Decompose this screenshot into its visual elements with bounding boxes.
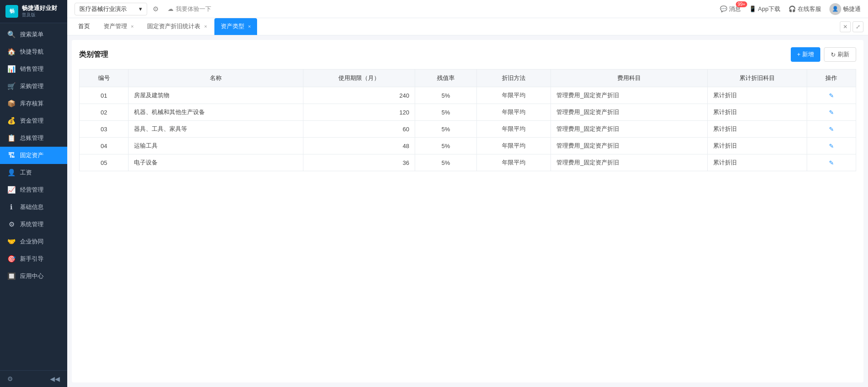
sidebar-item-sales[interactable]: 📊 销售管理 [0, 60, 67, 78]
collapse-icon[interactable]: ◀◀ [50, 375, 60, 382]
col-header: 编号 [79, 69, 129, 87]
row-edit[interactable]: ✎ [807, 104, 856, 121]
row-period: 36 [303, 154, 415, 171]
col-header: 使用期限（月） [303, 69, 415, 87]
sidebar-item-purchase[interactable]: 🛒 采购管理 [0, 78, 67, 95]
search-icon: 🔍 [7, 30, 15, 39]
row-method: 年限平均 [476, 87, 551, 104]
row-residual-rate: 5% [415, 121, 476, 138]
col-header: 费用科目 [551, 69, 708, 87]
tabbar-actions: ✕ ⤢ [840, 18, 863, 35]
table-header-row: 编号名称使用期限（月）残值率折旧方法费用科目累计折旧科目操作 [79, 69, 856, 87]
sidebar-label-fixed-assets: 固定资产 [20, 151, 44, 159]
row-expense-account: 管理费用_固定资产折旧 [551, 154, 708, 171]
module-name: 医疗器械行业演示 [79, 5, 127, 13]
row-edit[interactable]: ✎ [807, 138, 856, 154]
table-row: 01房屋及建筑物2405%年限平均管理费用_固定资产折旧累计折旧✎ [79, 87, 856, 104]
sidebar-item-guide[interactable]: 🎯 新手引导 [0, 250, 67, 268]
online-service-btn[interactable]: 🎧 在线客服 [789, 5, 821, 13]
app-name: 畅捷通好业财 [22, 5, 57, 12]
notifications-icon: 💬 [720, 5, 727, 12]
app-center-icon: 🔲 [7, 272, 15, 280]
sidebar-label-system: 系统管理 [20, 220, 44, 228]
refresh-button[interactable]: ↻ 刷新 [824, 47, 856, 62]
tab-asset-type-close[interactable]: × [248, 24, 251, 29]
row-edit[interactable]: ✎ [807, 87, 856, 104]
row-code: 02 [79, 104, 129, 121]
row-name: 运输工具 [129, 138, 303, 154]
row-period: 240 [303, 87, 415, 104]
row-code: 05 [79, 154, 129, 171]
sidebar-item-ledger[interactable]: 📋 总账管理 [0, 129, 67, 147]
sidebar-item-basic-info[interactable]: ℹ 基础信息 [0, 198, 67, 216]
row-name: 机器、机械和其他生产设备 [129, 104, 303, 121]
ledger-icon: 📋 [7, 134, 15, 142]
app-download-icon: 📱 [749, 5, 756, 12]
main-content: 医疗器械行业演示 ▾ ⚙ ☁ 我要体验一下 💬 消息 99+ 📱 App下载 🎧… [67, 0, 868, 387]
operations-icon: 📈 [7, 186, 15, 194]
sidebar-item-app-center[interactable]: 🔲 应用中心 [0, 268, 67, 285]
sidebar-label-sales: 销售管理 [20, 65, 44, 73]
tab-depreciation-table[interactable]: 固定资产折旧统计表 × [141, 18, 213, 35]
row-code: 03 [79, 121, 129, 138]
tab-home[interactable]: 首页 [72, 18, 96, 35]
page-title: 类别管理 [79, 50, 108, 60]
fixed-assets-icon: 🏗 [7, 151, 15, 159]
module-gear-icon[interactable]: ⚙ [153, 5, 159, 13]
add-button[interactable]: + 新增 [791, 47, 820, 62]
experience-label: 我要体验一下 [176, 5, 211, 13]
purchase-icon: 🛒 [7, 82, 15, 90]
row-name: 器具、工具、家具等 [129, 121, 303, 138]
sidebar-label-operations: 经营管理 [20, 186, 44, 194]
experience-btn[interactable]: ☁ 我要体验一下 [168, 5, 211, 13]
sidebar-item-operations[interactable]: 📈 经营管理 [0, 181, 67, 198]
module-dropdown-icon: ▾ [139, 5, 142, 12]
sidebar-item-payroll[interactable]: 👤 工资 [0, 164, 67, 181]
table-row: 05电子设备365%年限平均管理费用_固定资产折旧累计折旧✎ [79, 154, 856, 171]
page-content: 类别管理 + 新增 ↻ 刷新 编号名称使用期限（月）残值率折旧方法费用科目累计折… [72, 40, 863, 382]
notifications-btn[interactable]: 💬 消息 99+ [720, 5, 741, 13]
sidebar-label-finance: 资金管理 [20, 117, 44, 125]
username: 畅捷通 [843, 5, 861, 13]
sidebar-item-quick-nav[interactable]: 🏠 快捷导航 [0, 43, 67, 60]
tab-depreciation-close[interactable]: × [204, 24, 207, 29]
online-service-label: 在线客服 [798, 5, 821, 13]
app-download-btn[interactable]: 📱 App下载 [749, 5, 780, 13]
sidebar-item-system[interactable]: ⚙ 系统管理 [0, 216, 67, 233]
row-edit[interactable]: ✎ [807, 121, 856, 138]
sidebar-label-ledger: 总账管理 [20, 134, 44, 142]
sidebar-item-search[interactable]: 🔍 搜索菜单 [0, 26, 67, 43]
row-residual-rate: 5% [415, 104, 476, 121]
row-accumulated-account: 累计折旧 [707, 121, 807, 138]
user-profile-btn[interactable]: 👤 畅捷通 [829, 3, 861, 15]
tab-asset-management-close[interactable]: × [131, 24, 134, 29]
sidebar-label-payroll: 工资 [20, 169, 32, 177]
sidebar-item-finance[interactable]: 💰 资金管理 [0, 112, 67, 129]
sidebar-header: 畅 畅捷通好业财 普及版 [0, 0, 67, 23]
col-header: 名称 [129, 69, 303, 87]
sidebar-label-quick-nav: 快捷导航 [20, 48, 44, 56]
payroll-icon: 👤 [7, 169, 15, 177]
row-name: 房屋及建筑物 [129, 87, 303, 104]
sidebar-label-guide: 新手引导 [20, 255, 44, 263]
tab-asset-type[interactable]: 资产类型 × [214, 18, 257, 35]
tab-expand-btn[interactable]: ⤢ [853, 21, 863, 32]
row-edit[interactable]: ✎ [807, 154, 856, 171]
app-download-label: App下载 [758, 5, 780, 13]
topbar-right: 💬 消息 99+ 📱 App下载 🎧 在线客服 👤 畅捷通 [720, 3, 861, 15]
row-method: 年限平均 [476, 104, 551, 121]
module-selector[interactable]: 医疗器械行业演示 ▾ [74, 3, 147, 15]
row-code: 01 [79, 87, 129, 104]
sidebar-item-collaboration[interactable]: 🤝 企业协同 [0, 233, 67, 250]
tab-asset-management[interactable]: 资产管理 × [97, 18, 140, 35]
sidebar-nav: 🔍 搜索菜单 🏠 快捷导航 📊 销售管理 🛒 采购管理 📦 库存核算 💰 资金管… [0, 23, 67, 370]
tab-asset-type-label: 资产类型 [221, 22, 244, 30]
sidebar-item-fixed-assets[interactable]: 🏗 固定资产 [0, 147, 67, 164]
tabbar: 首页 资产管理 × 固定资产折旧统计表 × 资产类型 × ✕ ⤢ [67, 18, 868, 35]
sidebar-item-inventory[interactable]: 📦 库存核算 [0, 95, 67, 112]
table-body: 01房屋及建筑物2405%年限平均管理费用_固定资产折旧累计折旧✎02机器、机械… [79, 87, 856, 171]
settings-icon[interactable]: ⚙ [7, 375, 13, 382]
sidebar-footer: ⚙ ◀◀ [0, 370, 67, 387]
refresh-icon: ↻ [831, 51, 836, 58]
tab-close-btn[interactable]: ✕ [840, 21, 851, 32]
